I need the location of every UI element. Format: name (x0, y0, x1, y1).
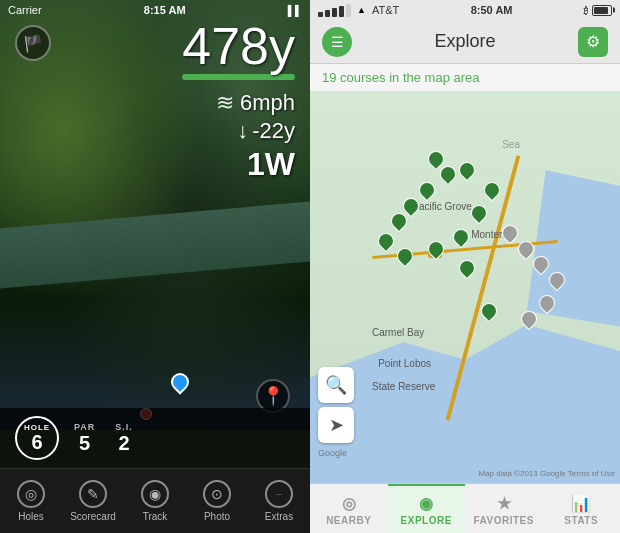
nav-photo[interactable]: ⊙ Photo (186, 480, 248, 522)
course-pin-8[interactable] (428, 241, 442, 259)
par-stat: PAR 5 (74, 422, 95, 455)
wind-section: ≋ 6mph ↓ -22y 1W (216, 90, 295, 183)
wind-adjustment: -22y (252, 118, 295, 144)
course-pin-gray-6[interactable] (521, 311, 535, 329)
menu-icon: ☰ (331, 34, 344, 50)
bluetooth-icon: ₿ (584, 5, 589, 16)
battery-left: ▌▌ (288, 5, 302, 16)
holes-icon: ◎ (17, 480, 45, 508)
google-logo: Google (318, 448, 347, 458)
nearby-icon: ◎ (342, 494, 357, 513)
map-attribution: Map data ©2013 Google Terms of Use (479, 469, 616, 478)
nearby-label: NEARBY (326, 515, 371, 526)
signal-bars (318, 4, 351, 17)
battery-icon (592, 5, 612, 16)
course-pin-13[interactable] (459, 260, 473, 278)
track-icon: ◉ (141, 480, 169, 508)
tab-nearby[interactable]: ◎ NEARBY (310, 484, 388, 533)
map-label-sea: Sea (502, 139, 520, 150)
tab-stats[interactable]: 📊 STATS (543, 484, 621, 533)
par-value: 5 (74, 432, 95, 455)
signal-dot-5 (346, 4, 351, 17)
wind-adj-row: ↓ -22y (237, 118, 295, 144)
course-pin-14[interactable] (484, 182, 498, 200)
favorites-label: FAVORITES (474, 515, 534, 526)
nav-extras[interactable]: ··· Extras (248, 480, 310, 522)
favorites-icon: ★ (497, 494, 512, 513)
course-pin-gray-1[interactable] (502, 225, 516, 243)
signal-dot-2 (325, 10, 330, 17)
stats-label: STATS (564, 515, 598, 526)
signal-dot-4 (339, 6, 344, 17)
flag-icon: 🏴 (23, 34, 43, 53)
course-pin-gray-3[interactable] (533, 256, 547, 274)
status-bar-right: ▲ AT&T 8:50 AM ₿ (310, 0, 620, 20)
nav-scorecard[interactable]: ✎ Scorecard (62, 480, 124, 522)
tab-explore[interactable]: ◉ EXPLORE (388, 484, 466, 533)
extras-label: Extras (265, 511, 293, 522)
hole-stats: PAR 5 S.I. 2 (74, 422, 133, 455)
course-pin-2[interactable] (440, 166, 454, 184)
scorecard-label: Scorecard (70, 511, 116, 522)
course-pin-11[interactable] (459, 162, 473, 180)
explore-header: ☰ Explore ⚙ (310, 20, 620, 64)
settings-button[interactable]: ⚙ (578, 27, 608, 57)
wind-icon: ≋ (216, 90, 234, 116)
explore-label: EXPLORE (401, 515, 452, 526)
signal-dot-1 (318, 12, 323, 17)
map-label-carmel-bay: Carmel Bay (372, 327, 424, 338)
scorecard-icon: ✎ (79, 480, 107, 508)
tab-favorites[interactable]: ★ FAVORITES (465, 484, 543, 533)
course-pin-9[interactable] (453, 229, 467, 247)
hole-circle: HOLE 6 (15, 416, 59, 460)
time-left: 8:15 AM (144, 4, 186, 16)
menu-button[interactable]: ☰ (322, 27, 352, 57)
course-pin-12[interactable] (481, 303, 495, 321)
photo-label: Photo (204, 511, 230, 522)
map-area[interactable]: Pacific Grove Monterey Carmel Bay 68 Poi… (310, 92, 620, 483)
course-pin-4[interactable] (403, 198, 417, 216)
course-pin-7[interactable] (397, 248, 411, 266)
signal-area: ▲ AT&T (318, 4, 399, 17)
flag-circle: 🏴 (15, 25, 51, 61)
par-label: PAR (74, 422, 95, 432)
bottom-nav-left: ◎ Holes ✎ Scorecard ◉ Track ⊙ Photo ··· … (0, 468, 310, 533)
battery-fill (594, 7, 608, 14)
wind-speed: 6mph (240, 90, 295, 116)
map-label-pacific-grove: Pacific Grove (412, 201, 471, 212)
course-pin-6[interactable] (378, 233, 392, 251)
nav-track[interactable]: ◉ Track (124, 480, 186, 522)
down-arrow-icon: ↓ (237, 118, 248, 144)
map-controls: 🔍 ➤ (318, 367, 354, 443)
club-recommendation: 1W (247, 146, 295, 183)
hole-info-bar: HOLE 6 PAR 5 S.I. 2 (0, 408, 310, 468)
course-pin-gray-2[interactable] (518, 241, 532, 259)
distance-value: 478y (182, 20, 295, 72)
flag-button[interactable]: 🏴 (15, 25, 51, 61)
si-label: S.I. (115, 422, 133, 432)
carrier-text: Carrier (8, 4, 42, 16)
explore-icon: ◉ (419, 494, 434, 513)
extras-icon: ··· (265, 480, 293, 508)
course-pin-5[interactable] (391, 213, 405, 231)
time-right: 8:50 AM (471, 4, 513, 16)
bottom-nav-right: ◎ NEARBY ◉ EXPLORE ★ FAVORITES 📊 STATS (310, 483, 620, 533)
si-value: 2 (115, 432, 133, 455)
courses-count-bar: 19 courses in the map area (310, 64, 620, 92)
stats-icon: 📊 (571, 494, 592, 513)
carrier-right: AT&T (372, 4, 399, 16)
nav-holes[interactable]: ◎ Holes (0, 480, 62, 522)
wind-row: ≋ 6mph (216, 90, 295, 116)
course-pin-10[interactable] (471, 205, 485, 223)
location-button[interactable]: ➤ (318, 407, 354, 443)
course-pin-3[interactable] (419, 182, 433, 200)
map-label-point-lobos: Point Lobos (378, 358, 431, 369)
hole-number: 6 (31, 432, 42, 452)
player-pin (171, 373, 185, 393)
course-pin-gray-4[interactable] (549, 272, 563, 290)
map-label-state-reserve: State Reserve (372, 381, 435, 392)
search-button[interactable]: 🔍 (318, 367, 354, 403)
photo-icon: ⊙ (203, 480, 231, 508)
course-pin-gray-5[interactable] (539, 295, 553, 313)
signal-dot-3 (332, 8, 337, 17)
